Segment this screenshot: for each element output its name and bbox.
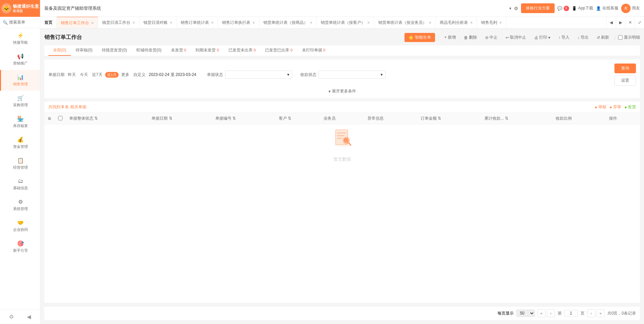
page-size-select[interactable]: 50 100 200 bbox=[516, 310, 535, 317]
last-page-btn[interactable]: » bbox=[597, 309, 605, 317]
subtab-not-printed[interactable]: 未打印单据 0 bbox=[297, 45, 330, 56]
shortcut-more[interactable]: 更多 bbox=[120, 71, 131, 78]
tab-sales-by-staff[interactable]: 销货单统计表（按业务员） ✕ bbox=[374, 17, 436, 29]
search-menu[interactable]: 🔍 搜索菜单 bbox=[0, 17, 40, 28]
subtab-pending[interactable]: 待审核(0) bbox=[71, 45, 97, 56]
sidebar-item-purchase[interactable]: 🛒 采购管理 bbox=[0, 91, 40, 112]
ship-btn[interactable]: ● 发货 bbox=[625, 104, 636, 110]
tab-scroll-right[interactable]: ▶ bbox=[616, 17, 625, 29]
subtab-shipped-out[interactable]: 已发货已出库 0 bbox=[260, 45, 297, 56]
tab-cash-reconcile[interactable]: 钱货日清对账 ✕ bbox=[139, 17, 177, 29]
tab-sales-by-product[interactable]: 销货单统计表（按商品） ✕ bbox=[259, 17, 317, 29]
sidebar-item-marketing[interactable]: 📢 营销推广 bbox=[0, 49, 40, 70]
shortcut-custom[interactable]: 自定义 bbox=[132, 71, 147, 78]
tab-sales-exec[interactable]: 销售订单执行表 ✕ bbox=[218, 17, 259, 29]
tab-close-sales-by-customer[interactable]: ✕ bbox=[367, 21, 370, 25]
tab-close-cash-reconcile[interactable]: ✕ bbox=[170, 21, 172, 25]
sidebar-item-system[interactable]: ⚙ 系统管理 bbox=[0, 195, 40, 215]
shortcut-today[interactable]: 今天 bbox=[79, 71, 89, 78]
th-settings[interactable]: ⚙ bbox=[44, 113, 55, 124]
th-customer[interactable]: 客户 ⇅ bbox=[275, 113, 320, 124]
refresh-btn[interactable]: ↺ 刷新 bbox=[594, 33, 612, 42]
import-btn[interactable]: ↑ 导入 bbox=[556, 33, 572, 42]
horizontal-scroll[interactable] bbox=[44, 303, 640, 306]
status-select[interactable]: ▾ bbox=[225, 71, 292, 79]
payment-select[interactable]: ▾ bbox=[318, 71, 386, 79]
topbar-dropdown-icon[interactable]: ▾ bbox=[509, 6, 511, 11]
query-btn[interactable]: 查询 bbox=[614, 64, 636, 73]
subtab-pending-ship[interactable]: 待拣货发货(0) bbox=[97, 45, 132, 56]
tab-sales-order[interactable]: 销售订单工作台 ✕ bbox=[57, 17, 98, 29]
tab-maximize[interactable]: ⤢ bbox=[635, 17, 644, 29]
th-collected[interactable]: 累计收款... ⇅ bbox=[481, 113, 553, 124]
sidebar-item-inventory[interactable]: 🏪 库存核算 bbox=[0, 112, 40, 132]
subtab-overdue[interactable]: 到期未发货 0 bbox=[191, 45, 223, 56]
th-status[interactable]: 单据整体状态 ⇅ bbox=[66, 113, 148, 124]
user-action[interactable]: 友 用友 bbox=[621, 4, 640, 13]
bottom-collapse-btn[interactable]: ◀ bbox=[26, 312, 32, 321]
tab-close-sales-profit[interactable]: ✕ bbox=[499, 21, 502, 25]
online-service-action[interactable]: 👤 在线客服 bbox=[596, 5, 618, 11]
tab-close-sales-exec[interactable]: ✕ bbox=[252, 21, 255, 25]
new-btn[interactable]: + 新增 bbox=[442, 33, 459, 42]
shortcut-1month[interactable]: 近1月 bbox=[105, 72, 119, 78]
print-btn[interactable]: 🖨 打印 ▾ bbox=[531, 33, 553, 42]
th-checkbox[interactable] bbox=[55, 113, 66, 124]
sidebar-item-enterprise[interactable]: 🤝 企业协同 bbox=[0, 215, 40, 236]
subtab-shipped-not-out[interactable]: 已发货未出库 0 bbox=[224, 45, 260, 56]
table-scroll[interactable]: ⚙ 单据整体状态 ⇅ 单据日期 ⇅ 单据编号 ⇅ bbox=[44, 113, 640, 303]
tab-sales-stat[interactable]: 销售订单统计表 ✕ bbox=[177, 17, 218, 29]
select-all-checkbox[interactable] bbox=[58, 116, 62, 120]
cancel-abort-btn[interactable]: ↩ 取消中止 bbox=[503, 33, 529, 42]
delete-btn[interactable]: 🗑 删除 bbox=[461, 33, 480, 42]
message-action[interactable]: 💬 6 bbox=[557, 6, 569, 11]
page-input[interactable] bbox=[564, 310, 578, 317]
tab-sales-by-customer[interactable]: 销货单统计表（按客户） ✕ bbox=[317, 17, 374, 29]
sidebar-item-finance[interactable]: 💰 资金管理 bbox=[0, 132, 40, 153]
sidebar-item-quick-nav[interactable]: ⚡ 快捷导航 bbox=[0, 28, 40, 49]
sidebar-item-newbie[interactable]: 🎯 新手引导 bbox=[0, 236, 40, 257]
approve-btn[interactable]: ● 审核 bbox=[595, 104, 606, 110]
subtab-not-shipped[interactable]: 未发货 0 bbox=[166, 45, 191, 56]
sidebar-logo: 🐱 畅捷通好生意 标准版 bbox=[0, 0, 40, 17]
tab-close-sales-by-product[interactable]: ✕ bbox=[310, 21, 312, 25]
tab-close-gross-profit[interactable]: ✕ bbox=[470, 21, 473, 25]
tab-close-cash-daily[interactable]: ✕ bbox=[132, 21, 135, 25]
tab-home[interactable]: 首页 bbox=[40, 17, 57, 29]
th-operation: 操作 bbox=[606, 113, 640, 124]
sidebar-item-operation[interactable]: 📋 经营管理 bbox=[0, 153, 40, 174]
next-page-btn[interactable]: › bbox=[587, 309, 595, 317]
shortcut-7days[interactable]: 近7天 bbox=[91, 71, 104, 78]
sidebar-item-sales[interactable]: 📊 销售管理 bbox=[0, 70, 40, 91]
first-page-btn[interactable]: « bbox=[538, 309, 546, 317]
tab-close-sales-stat[interactable]: ✕ bbox=[211, 21, 214, 25]
expand-btn[interactable]: ▾ 展开更多条件 bbox=[329, 88, 356, 94]
expand-row: ▾ 展开更多条件 bbox=[48, 88, 636, 94]
tab-close-sales-by-staff[interactable]: ✕ bbox=[429, 21, 431, 25]
topbar-settings-icon[interactable]: ⚙ bbox=[514, 6, 518, 11]
show-detail-checkbox[interactable]: 显示明细 bbox=[618, 35, 640, 40]
tab-sales-profit[interactable]: 销售毛利 ✕ bbox=[477, 17, 506, 29]
bottom-settings-btn[interactable]: ⚙ bbox=[8, 312, 15, 321]
smart-btn[interactable]: ⭐ 智能生单 bbox=[404, 33, 435, 42]
tab-close-sales-order[interactable]: ✕ bbox=[91, 21, 94, 25]
export-btn[interactable]: ↓ 导出 bbox=[575, 33, 591, 42]
th-date[interactable]: 单据日期 ⇅ bbox=[148, 113, 212, 124]
app-icon: 📱 bbox=[572, 6, 577, 11]
tab-cash-daily[interactable]: 钱货日清工作台 ✕ bbox=[98, 17, 139, 29]
industry-btn[interactable]: 体验行业方案 bbox=[521, 3, 555, 13]
subtab-wangpu[interactable]: 旺铺待发货(0) bbox=[132, 45, 166, 56]
tab-gross-profit[interactable]: 商品毛利分析表 ✕ bbox=[436, 17, 477, 29]
reject-btn[interactable]: ● 弃审 bbox=[610, 104, 621, 110]
prev-page-btn[interactable]: ‹ bbox=[547, 309, 555, 317]
abort-btn[interactable]: ⊘ 中止 bbox=[482, 33, 500, 42]
tab-scroll-left[interactable]: ◀ bbox=[606, 17, 616, 29]
shortcut-yesterday[interactable]: 昨天 bbox=[67, 71, 77, 78]
th-amount[interactable]: 订单金额 ⇅ bbox=[417, 113, 481, 124]
app-download-action[interactable]: 📱 App下载 bbox=[572, 5, 593, 11]
th-number[interactable]: 单据编号 ⇅ bbox=[212, 113, 275, 124]
tab-close-all[interactable]: ✕ bbox=[625, 17, 635, 29]
setting-btn[interactable]: 设置 bbox=[614, 75, 636, 86]
sidebar-item-basic-info[interactable]: 🗂 基础信息 bbox=[0, 174, 40, 195]
subtab-all[interactable]: 全部(0) bbox=[48, 45, 71, 56]
